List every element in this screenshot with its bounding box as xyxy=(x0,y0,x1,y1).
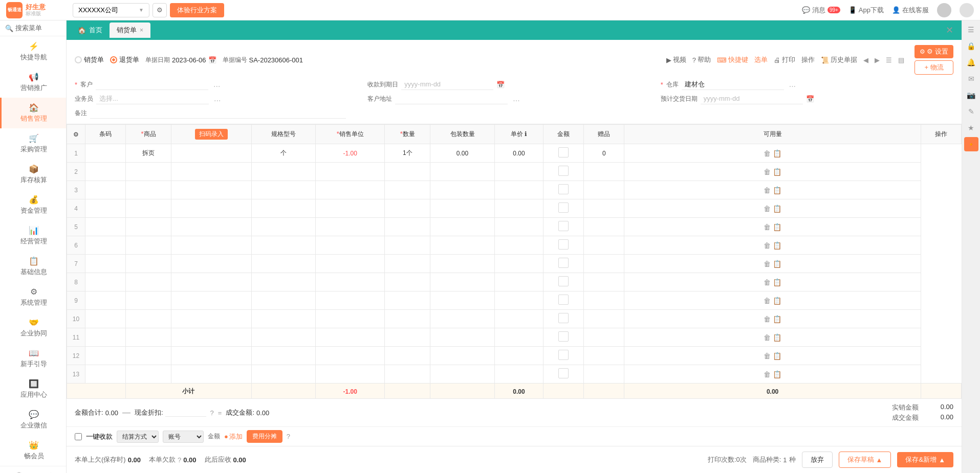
row-11-gift-checkbox[interactable] xyxy=(558,331,569,342)
operate-link[interactable]: 操作 xyxy=(801,55,815,64)
print-link[interactable]: 🖨 打印 xyxy=(774,55,795,64)
account-select[interactable]: 账号 xyxy=(163,431,204,443)
video-link[interactable]: ▶ 视频 xyxy=(666,55,686,64)
row-1-copy-button[interactable]: 📋 xyxy=(773,149,781,157)
sidebar-item-purchase[interactable]: 🛒 采购管理 xyxy=(0,128,66,159)
row-1-product[interactable]: 拆页 xyxy=(126,144,171,163)
shortcut-link[interactable]: ⌨ 快捷键 xyxy=(717,55,748,64)
sidebar-item-operations[interactable]: 📊 经营管理 xyxy=(0,220,66,251)
avatar[interactable] xyxy=(937,3,951,17)
row-1-price[interactable]: 0.00 xyxy=(430,144,495,163)
row-2-delete-button[interactable]: 🗑 xyxy=(764,168,771,176)
row-3-gift-checkbox[interactable] xyxy=(558,184,569,194)
row-13-copy-button[interactable]: 📋 xyxy=(773,370,781,378)
warehouse-input[interactable] xyxy=(682,79,784,90)
row-8-gift-checkbox[interactable] xyxy=(558,276,569,286)
row-1-unit[interactable]: 个 xyxy=(251,144,316,163)
right-panel-btn-6[interactable]: ✎ xyxy=(964,104,978,119)
row-2-gift-checkbox[interactable] xyxy=(558,166,569,176)
grid-view-icon[interactable]: ☰ xyxy=(886,56,892,64)
select-link[interactable]: 选单 xyxy=(754,55,768,64)
delivery-date-calendar-icon[interactable]: 📅 xyxy=(806,95,814,103)
row-1-gift-checkbox[interactable] xyxy=(558,147,569,157)
row-8-delete-button[interactable]: 🗑 xyxy=(764,278,771,286)
remark-input[interactable] xyxy=(90,107,346,119)
online-service-button[interactable]: 👤 在线客服 xyxy=(892,6,929,15)
sidebar-item-wechat[interactable]: 💬 企业微信 xyxy=(0,404,66,435)
list-view-icon[interactable]: ▤ xyxy=(898,56,904,64)
app-download-button[interactable]: 📱 App下载 xyxy=(848,6,884,15)
one-click-pay-checkbox[interactable] xyxy=(75,433,82,440)
salesman-more-icon[interactable]: ... xyxy=(214,94,221,103)
row-10-delete-button[interactable]: 🗑 xyxy=(764,315,771,323)
row-7-delete-button[interactable]: 🗑 xyxy=(764,260,771,268)
right-panel-btn-1[interactable]: ☰ xyxy=(964,22,978,37)
warehouse-more-icon[interactable]: ... xyxy=(789,80,796,89)
row-1-delete-button[interactable]: 🗑 xyxy=(764,149,771,157)
row-3-copy-button[interactable]: 📋 xyxy=(773,186,781,194)
sidebar-item-inventory[interactable]: 📦 库存核算 xyxy=(0,159,66,190)
row-4-copy-button[interactable]: 📋 xyxy=(773,205,781,213)
sidebar-item-finance[interactable]: 💰 资金管理 xyxy=(0,190,66,220)
row-7-copy-button[interactable]: 📋 xyxy=(773,260,781,268)
row-9-gift-checkbox[interactable] xyxy=(558,295,569,305)
row-10-gift-checkbox[interactable] xyxy=(558,313,569,323)
row-3-delete-button[interactable]: 🗑 xyxy=(764,186,771,194)
row-1-gift[interactable] xyxy=(543,144,584,163)
avatar-2[interactable] xyxy=(960,3,974,17)
right-panel-btn-3[interactable]: 🔔 xyxy=(964,55,978,70)
row-1-spec[interactable] xyxy=(171,144,251,163)
row-1-pack-qty[interactable]: 1个 xyxy=(385,144,430,163)
row-9-copy-button[interactable]: 📋 xyxy=(773,297,781,305)
row-1-barcode[interactable] xyxy=(85,144,126,163)
nav-prev-icon[interactable]: ◀ xyxy=(863,56,868,64)
logistics-button[interactable]: + 物流 xyxy=(914,60,953,75)
sidebar-item-marketing[interactable]: 📢 营销推广 xyxy=(0,67,66,98)
right-panel-btn-8[interactable]: 🔸 xyxy=(964,137,978,151)
message-button[interactable]: 💬 消息 99+ xyxy=(802,6,840,15)
addr-more-icon[interactable]: ... xyxy=(513,94,519,103)
add-payment-button[interactable]: ● 添加 xyxy=(224,432,243,441)
delivery-date-input[interactable] xyxy=(701,93,803,104)
row-1-amount[interactable]: 0.00 xyxy=(494,144,543,163)
scan-button[interactable]: 扫码录入 xyxy=(195,129,228,140)
nav-next-icon[interactable]: ▶ xyxy=(875,56,880,64)
row-2-copy-button[interactable]: 📋 xyxy=(773,168,781,176)
search-menu-button[interactable]: 🔍 搜索菜单 xyxy=(0,20,66,36)
row-9-delete-button[interactable]: 🗑 xyxy=(764,297,771,305)
sidebar-item-member[interactable]: 👑 畅会员 xyxy=(0,435,66,466)
due-date-calendar-icon[interactable]: 📅 xyxy=(496,81,505,88)
settle-method-select[interactable]: 结算方式 xyxy=(117,431,159,443)
row-5-copy-button[interactable]: 📋 xyxy=(773,223,781,231)
row-6-gift-checkbox[interactable] xyxy=(558,239,569,250)
sidebar-item-base[interactable]: 📋 基础信息 xyxy=(0,251,66,282)
radio-sales-order[interactable]: 销货单 xyxy=(75,55,104,64)
row-10-copy-button[interactable]: 📋 xyxy=(773,315,781,323)
sidebar-item-apps[interactable]: 🔲 应用中心 xyxy=(0,374,66,404)
sidebar-settings-button[interactable]: ⚙ xyxy=(15,470,23,473)
company-selector[interactable]: XXXXXX公司 ▼ xyxy=(73,3,149,17)
sidebar-item-system[interactable]: ⚙ 系统管理 xyxy=(0,282,66,312)
row-5-gift-checkbox[interactable] xyxy=(558,221,569,231)
customer-addr-input[interactable] xyxy=(395,93,508,104)
row-5-delete-button[interactable]: 🗑 xyxy=(764,223,771,231)
sidebar-item-guide[interactable]: 📖 新手引导 xyxy=(0,343,66,374)
window-close-icon[interactable]: ✕ xyxy=(942,25,957,36)
history-link[interactable]: 📜 历史单据 xyxy=(821,55,857,64)
radio-return-order[interactable]: 退货单 xyxy=(110,55,139,64)
save-draft-button[interactable]: 保存草稿 ▲ xyxy=(839,452,891,468)
right-panel-btn-7[interactable]: ★ xyxy=(964,121,978,135)
help-link[interactable]: ? 帮助 xyxy=(692,55,711,64)
salesman-input[interactable] xyxy=(96,93,209,104)
calendar-icon[interactable]: 📅 xyxy=(208,56,216,64)
customer-input[interactable] xyxy=(96,79,208,90)
cash-discount-input[interactable] xyxy=(165,409,206,417)
discard-button[interactable]: 放弃 xyxy=(802,452,833,468)
settings-button[interactable]: ⚙ ⚙ 设置 xyxy=(914,45,953,58)
row-13-delete-button[interactable]: 🗑 xyxy=(764,370,771,378)
save-new-button[interactable]: 保存&新增 ▲ xyxy=(897,452,953,467)
row-11-copy-button[interactable]: 📋 xyxy=(773,333,781,342)
right-panel-btn-4[interactable]: ✉ xyxy=(964,72,978,86)
due-date-input[interactable] xyxy=(401,79,493,90)
row-12-delete-button[interactable]: 🗑 xyxy=(764,352,771,360)
